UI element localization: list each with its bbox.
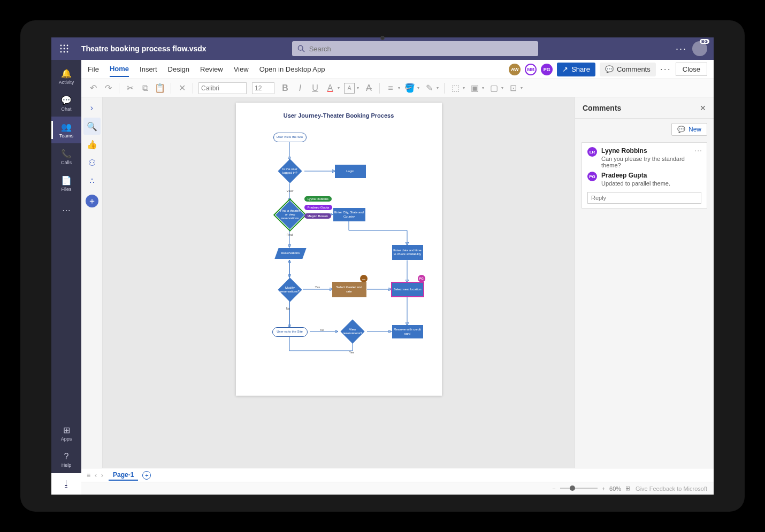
flow-label: View [287, 189, 294, 192]
avatar: PG [587, 172, 597, 181]
diagram-canvas[interactable]: User Journey-Theater Booking Process [103, 97, 575, 468]
search-box[interactable] [292, 41, 538, 56]
copy-icon[interactable]: ⧉ [140, 83, 150, 94]
tab-view[interactable]: View [234, 62, 249, 76]
comments-button[interactable]: 💬Comments [600, 63, 656, 76]
ribbon-more-icon[interactable]: ··· [660, 64, 671, 75]
font-size-select[interactable] [252, 82, 274, 94]
thread-more-icon[interactable]: ··· [694, 146, 702, 155]
tab-home[interactable]: Home [110, 61, 129, 77]
cut-icon[interactable]: ✂ [125, 83, 135, 94]
shape-reserve[interactable]: Reserve with credit card [392, 325, 423, 338]
zoom-slider[interactable] [560, 488, 598, 489]
open-in-desktop-link[interactable]: Open in Desktop App [259, 65, 325, 73]
shape-reservations[interactable]: Reservations [274, 248, 306, 259]
new-comment-button[interactable]: 💬New [671, 123, 707, 136]
header-more-icon[interactable]: ··· [676, 43, 687, 55]
align-icon[interactable]: ≡ [385, 83, 396, 94]
close-icon[interactable]: ✕ [700, 104, 706, 112]
shape-decision-findorview[interactable]: Find a theater or view reservations [276, 201, 304, 229]
tab-insert[interactable]: Insert [140, 62, 157, 76]
rail-calls[interactable]: 📞Calls [51, 143, 81, 170]
font-color-icon[interactable]: A [325, 83, 335, 94]
teams-navigation-rail: 🔔Activity 💬Chat 👥Teams 📞Calls 📄Files ⋯ ⊞… [51, 60, 81, 495]
rail-apps[interactable]: ⊞Apps [51, 420, 81, 446]
teams-icon: 👥 [61, 122, 72, 132]
thumbs-up-icon[interactable]: 👍 [83, 136, 101, 153]
highlight-icon[interactable]: A [344, 83, 355, 94]
reply-input[interactable] [587, 192, 701, 204]
tab-design[interactable]: Design [168, 62, 189, 76]
paste-icon[interactable]: 📋 [155, 83, 165, 94]
svg-point-0 [60, 45, 62, 47]
send-back-icon[interactable]: ▢ [488, 83, 499, 94]
comments-panel: Comments ✕ 💬New ··· LR Lyyne Robbins [575, 97, 714, 468]
page-tab-1[interactable]: Page-1 [109, 470, 138, 481]
shape-enter-date[interactable]: Enter date and time to check availabilit… [392, 245, 423, 260]
comment-text: Updated to parallel theme. [601, 180, 701, 187]
tab-file[interactable]: File [88, 62, 99, 76]
visio-shape-toolbar: › 🔍 👍 ⚇ ⛬ ＋ [81, 97, 103, 468]
shape-enter-city[interactable]: Enter City, State and Country [333, 208, 365, 221]
fit-page-icon[interactable]: ⊞ [625, 485, 630, 492]
chevron-right-icon[interactable]: › [83, 99, 101, 117]
flow-label: Yes [315, 286, 320, 289]
shape-decision-viewres[interactable]: View reservations? [340, 319, 364, 343]
rail-files[interactable]: 📄Files [51, 170, 81, 197]
undo-icon[interactable]: ↶ [88, 83, 98, 94]
flow-label: Yes [349, 351, 355, 354]
zoom-out-icon[interactable]: − [552, 485, 555, 492]
shape-exit[interactable]: User exits the Site [272, 327, 308, 337]
shape-select-theater[interactable]: Select theater and rate [333, 283, 365, 296]
shape-decision-loggedin[interactable]: Is the user logged in? [278, 159, 302, 183]
comment-author: Lyyne Robbins [601, 147, 701, 155]
rail-teams[interactable]: 👥Teams [51, 117, 81, 143]
search-shapes-icon[interactable]: 🔍 [83, 118, 101, 135]
rail-activity[interactable]: 🔔Activity [51, 63, 81, 90]
sitemap-icon[interactable]: ⛬ [83, 172, 101, 189]
bold-icon[interactable]: B [280, 83, 290, 94]
presence-avatar-mb[interactable]: MB [525, 64, 537, 75]
share-button[interactable]: ↗Share [557, 63, 595, 76]
tab-review[interactable]: Review [200, 62, 223, 76]
svg-point-4 [64, 48, 65, 50]
diagram-title: User Journey-Theater Booking Process [236, 103, 442, 119]
search-input[interactable] [309, 45, 533, 53]
fill-color-icon[interactable]: 🪣 [404, 83, 415, 94]
svg-point-6 [60, 51, 62, 53]
rail-chat[interactable]: 💬Chat [51, 90, 81, 117]
comment-thread: ··· LR Lyyne Robbins Can you please try … [582, 142, 707, 209]
rail-more[interactable]: ⋯ [51, 197, 81, 223]
app-launcher-icon[interactable] [58, 42, 71, 55]
delete-icon[interactable]: ✕ [177, 83, 187, 94]
hierarchy-icon[interactable]: ⚇ [83, 154, 101, 171]
download-button[interactable]: ⭳ [51, 473, 81, 495]
add-shape-button[interactable]: ＋ [86, 195, 98, 207]
font-family-select[interactable] [198, 82, 247, 94]
shape-decision-modify[interactable]: Modify reservations? [278, 277, 302, 302]
feedback-link[interactable]: Give Feedback to Microsoft [636, 485, 707, 492]
shape-start[interactable]: User visits the Site [273, 133, 307, 142]
italic-icon[interactable]: I [295, 83, 305, 94]
shape-select-seat[interactable]: Select seat location [392, 283, 423, 296]
svg-point-3 [60, 48, 62, 50]
pages-menu-icon[interactable]: ≡ [86, 472, 91, 479]
prev-page-icon[interactable]: ‹ [94, 472, 98, 479]
arrange-icon[interactable]: ⬚ [450, 83, 461, 94]
group-icon[interactable]: ⊡ [508, 83, 518, 94]
clear-format-icon[interactable]: A̶ [363, 83, 374, 94]
bring-front-icon[interactable]: ▣ [469, 83, 480, 94]
line-color-icon[interactable]: ✎ [424, 83, 434, 94]
shape-login[interactable]: Login [335, 165, 366, 178]
redo-icon[interactable]: ↷ [103, 83, 113, 94]
close-button[interactable]: Close [676, 63, 707, 76]
presence-avatar-aw[interactable]: AW [509, 64, 521, 75]
add-page-button[interactable]: + [142, 471, 151, 480]
presence-avatar-pg[interactable]: PG [541, 64, 553, 75]
avatar: LR [587, 147, 597, 157]
rail-help[interactable]: ?Help [51, 446, 81, 473]
underline-icon[interactable]: U [310, 83, 320, 94]
next-page-icon[interactable]: › [100, 472, 104, 479]
zoom-in-icon[interactable]: + [602, 485, 605, 492]
user-avatar[interactable]: BG [692, 41, 707, 56]
